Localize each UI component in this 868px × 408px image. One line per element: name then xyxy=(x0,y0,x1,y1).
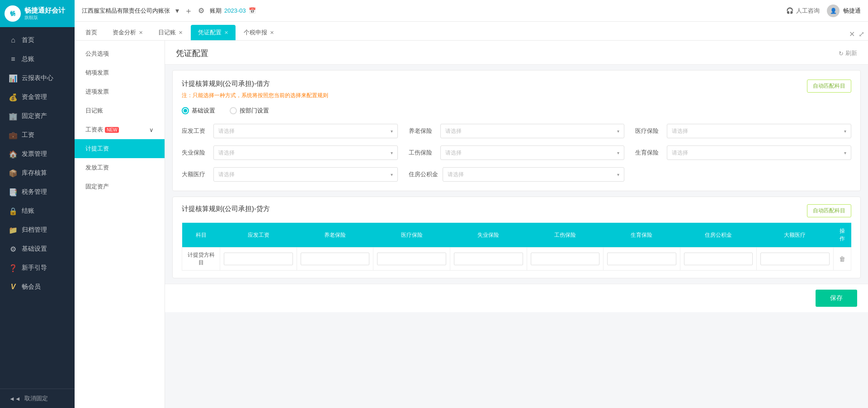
add-company-icon[interactable]: ＋ xyxy=(184,5,193,16)
user-menu[interactable]: 👤 畅捷通 xyxy=(827,5,861,17)
save-button[interactable]: 保存 xyxy=(816,290,857,307)
pension-label: 养老保险 xyxy=(409,127,436,135)
field-maternity: 生育保险 请选择 ▾ xyxy=(635,145,851,160)
settings-icon[interactable]: ⚙ xyxy=(198,6,204,15)
sidebar-item-vip[interactable]: V 畅会员 xyxy=(0,277,75,296)
sidebar-item-label: 新手引导 xyxy=(22,264,47,272)
topbar: 江西服宝精品有限责任公司内账张 ▾ ＋ ⚙ 账期 2023-03 📅 🎧 人工咨… xyxy=(75,0,868,22)
input-gross-salary[interactable] xyxy=(224,253,293,265)
cell-subject: 计提贷方科目 xyxy=(182,248,220,271)
housing-fund-arrow: ▾ xyxy=(617,172,619,177)
debit-auto-match-button[interactable]: 自动匹配科目 xyxy=(807,80,851,93)
refresh-button[interactable]: ↻ 刷新 xyxy=(839,49,857,57)
sidebar-item-label: 云报表中心 xyxy=(22,74,53,82)
work-injury-select[interactable]: 请选择 ▾ xyxy=(440,145,625,160)
sidebar-item-funds[interactable]: 💰 资金管理 xyxy=(0,88,75,107)
funds-icon: 💰 xyxy=(9,93,17,101)
unemployment-placeholder: 请选择 xyxy=(218,149,235,157)
tab-home[interactable]: 首页 xyxy=(78,25,104,40)
sidebar-item-ledger[interactable]: ≡ 总账 xyxy=(0,50,75,69)
pin-icon: ◄◄ xyxy=(9,395,21,402)
sidebar-item-close[interactable]: 🔒 结账 xyxy=(0,202,75,220)
tab-voucher[interactable]: 凭证配置 ✕ xyxy=(191,25,236,40)
ledger-icon: ≡ xyxy=(9,55,17,63)
sidebar-item-tax[interactable]: 📑 税务管理 xyxy=(0,183,75,202)
gross-salary-arrow: ▾ xyxy=(391,129,393,134)
calendar-icon[interactable]: 📅 xyxy=(249,7,256,14)
gross-salary-select[interactable]: 请选择 ▾ xyxy=(213,124,398,138)
maternity-select[interactable]: 请选择 ▾ xyxy=(667,145,851,160)
tab-funds[interactable]: 资金分析 ✕ xyxy=(105,25,150,40)
sidebar-item-invoice[interactable]: 🏠 发票管理 xyxy=(0,145,75,164)
credit-auto-match-button[interactable]: 自动匹配科目 xyxy=(807,204,851,217)
sidebar-item-home[interactable]: ⌂ 首页 xyxy=(0,31,75,50)
left-menu-public[interactable]: 公共选项 xyxy=(75,44,165,63)
tab-funds-close[interactable]: ✕ xyxy=(139,30,143,36)
company-dropdown-icon[interactable]: ▾ xyxy=(175,6,179,15)
sidebar-item-inventory[interactable]: 📦 库存核算 xyxy=(0,164,75,183)
page-title: 凭证配置 xyxy=(176,48,208,59)
sidebar-item-reports[interactable]: 📊 云报表中心 xyxy=(0,69,75,88)
cell-gross-salary[interactable] xyxy=(220,248,297,271)
left-menu-fixed-assets[interactable]: 固定资产 xyxy=(75,177,165,196)
expand-tab-button[interactable]: ⤢ xyxy=(859,30,864,38)
cell-pension[interactable] xyxy=(297,248,373,271)
tab-taxreport[interactable]: 个税申报 ✕ xyxy=(236,25,281,40)
medical-arrow: ▾ xyxy=(844,129,846,134)
cell-maternity[interactable] xyxy=(604,248,680,271)
tab-voucher-close[interactable]: ✕ xyxy=(224,30,228,36)
large-medical-select[interactable]: 请选择 ▾ xyxy=(213,167,398,182)
left-menu-pay-salary[interactable]: 发放工资 xyxy=(75,158,165,177)
pension-arrow: ▾ xyxy=(617,129,619,134)
left-menu-compute-salary[interactable]: 计提工资 xyxy=(75,139,165,158)
app-sub: 旗舰版 xyxy=(24,14,65,21)
content-area: 公共选项 销项发票 进项发票 日记账 工资表NEW ∨ 计提工资 发放工资 固定… xyxy=(75,41,868,408)
input-maternity[interactable] xyxy=(607,253,676,265)
cell-medical[interactable] xyxy=(373,248,450,271)
field-large-medical: 大额医疗 请选择 ▾ xyxy=(182,167,398,182)
close-tab-button[interactable]: ✕ xyxy=(849,30,855,38)
new-badge: NEW xyxy=(105,127,119,133)
work-injury-placeholder: 请选择 xyxy=(445,149,462,157)
tab-diary[interactable]: 日记账 ✕ xyxy=(151,25,190,40)
input-large-medical[interactable] xyxy=(760,253,830,265)
input-pension[interactable] xyxy=(301,253,370,265)
unemployment-select[interactable]: 请选择 ▾ xyxy=(213,145,398,160)
cancel-pin-label: 取消固定 xyxy=(24,394,48,403)
left-menu-diary[interactable]: 日记账 xyxy=(75,101,165,120)
input-unemployment[interactable] xyxy=(454,253,523,265)
col-large-medical: 大额医疗 xyxy=(757,223,834,248)
service-button[interactable]: 🎧 人工咨询 xyxy=(786,7,820,15)
input-work-injury[interactable] xyxy=(531,253,600,265)
left-menu-purchase[interactable]: 进项发票 xyxy=(75,82,165,101)
pension-select[interactable]: 请选择 ▾ xyxy=(440,124,625,138)
input-housing-fund[interactable] xyxy=(684,253,753,265)
cell-work-injury[interactable] xyxy=(527,248,604,271)
radio-basic[interactable]: 基础设置 xyxy=(182,107,215,115)
col-unemployment: 失业保险 xyxy=(450,223,527,248)
sidebar-item-archive[interactable]: 📁 归档管理 xyxy=(0,220,75,239)
cell-unemployment[interactable] xyxy=(450,248,527,271)
left-menu-sales[interactable]: 销项发票 xyxy=(75,63,165,82)
sidebar-item-guide[interactable]: ❓ 新手引导 xyxy=(0,258,75,277)
col-medical: 医疗保险 xyxy=(373,223,450,248)
delete-row-button[interactable]: 🗑 xyxy=(839,255,845,263)
left-menu-salary-table[interactable]: 工资表NEW ∨ xyxy=(75,120,165,139)
field-gross-salary: 应发工资 请选择 ▾ xyxy=(182,124,398,138)
sidebar-item-salary[interactable]: 💼 工资 xyxy=(0,126,75,145)
page-content: 凭证配置 ↻ 刷新 计提核算规则(公司承担)-借方 注：只能选择一种方式，系统将… xyxy=(165,41,868,408)
housing-fund-select[interactable]: 请选择 ▾ xyxy=(443,167,625,182)
sidebar-item-label: 税务管理 xyxy=(22,188,47,196)
sidebar-item-assets[interactable]: 🏢 固定资产 xyxy=(0,107,75,126)
cancel-pin-button[interactable]: ◄◄ 取消固定 xyxy=(0,389,75,408)
radio-by-dept[interactable]: 按部门设置 xyxy=(230,107,269,115)
field-pension: 养老保险 请选择 ▾ xyxy=(409,124,625,138)
cell-large-medical[interactable] xyxy=(757,248,834,271)
col-maternity: 生育保险 xyxy=(604,223,680,248)
tab-taxreport-close[interactable]: ✕ xyxy=(270,30,274,36)
cell-housing-fund[interactable] xyxy=(680,248,757,271)
sidebar-item-settings[interactable]: ⚙ 基础设置 xyxy=(0,239,75,258)
tab-diary-close[interactable]: ✕ xyxy=(179,30,183,36)
medical-select[interactable]: 请选择 ▾ xyxy=(667,124,851,138)
input-medical[interactable] xyxy=(377,253,446,265)
